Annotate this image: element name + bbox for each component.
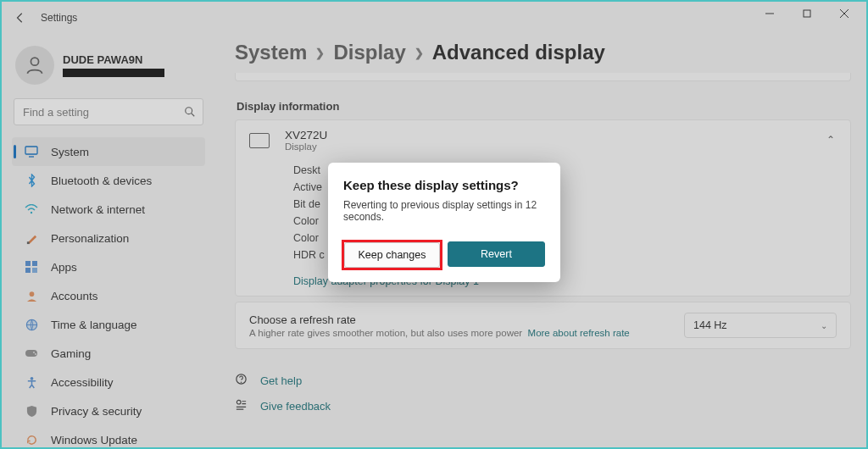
svg-point-4: [31, 58, 38, 65]
sidebar-item-label: Privacy & security: [51, 405, 142, 418]
sidebar-item-label: Network & internet: [51, 203, 145, 216]
refresh-rate-select[interactable]: 144 Hz ⌄: [684, 313, 837, 338]
svg-point-22: [241, 382, 242, 384]
display-name: XV272U: [285, 129, 327, 141]
back-button[interactable]: [12, 9, 29, 26]
keep-changes-button[interactable]: Keep changes: [344, 242, 440, 268]
svg-point-9: [31, 212, 32, 213]
update-icon: [24, 432, 39, 447]
feedback-icon: [235, 398, 250, 413]
apps-icon: [24, 259, 39, 274]
svg-point-5: [186, 108, 192, 114]
minimize-button[interactable]: [751, 2, 788, 25]
keep-settings-dialog: Keep these display settings? Reverting t…: [328, 163, 560, 282]
get-help-link[interactable]: Get help: [235, 368, 851, 393]
nav-list: System Bluetooth & devices Network & int…: [10, 137, 207, 449]
chevron-right-icon: ❯: [415, 47, 424, 59]
svg-point-23: [236, 400, 241, 404]
sidebar-item-label: Time & language: [51, 319, 137, 331]
svg-point-15: [29, 291, 34, 297]
arrow-left-icon: [14, 12, 26, 24]
gaming-icon: [24, 346, 39, 361]
window-controls: [751, 2, 863, 25]
minimize-icon: [765, 9, 774, 18]
svg-rect-17: [25, 350, 37, 357]
sidebar-item-label: Bluetooth & devices: [51, 175, 152, 187]
svg-rect-1: [804, 10, 810, 17]
svg-rect-11: [25, 261, 31, 266]
chevron-down-icon: ⌄: [821, 321, 827, 330]
sidebar-item-personalization[interactable]: Personalization: [12, 224, 205, 252]
shield-icon: [24, 403, 39, 419]
search-input[interactable]: [21, 105, 184, 119]
sidebar-item-accounts[interactable]: Accounts: [12, 281, 205, 310]
svg-rect-14: [32, 268, 37, 273]
sidebar-item-privacy[interactable]: Privacy & security: [12, 396, 205, 425]
maximize-icon: [803, 9, 811, 18]
sidebar-item-apps[interactable]: Apps: [12, 252, 205, 281]
wifi-icon: [24, 202, 39, 217]
refresh-title: Choose a refresh rate: [249, 313, 630, 326]
revert-button[interactable]: Revert: [448, 241, 545, 267]
person-icon: [24, 54, 46, 76]
accessibility-icon: [24, 374, 39, 390]
breadcrumb-display[interactable]: Display: [333, 41, 405, 64]
refresh-rate-card: Choose a refresh rate A higher rate give…: [235, 302, 851, 349]
breadcrumb: System ❯ Display ❯ Advanced display: [235, 41, 851, 64]
accounts-icon: [24, 288, 39, 303]
avatar: [15, 46, 54, 85]
user-name: DUDE PAWA9N: [63, 53, 164, 66]
svg-rect-7: [25, 147, 37, 154]
svg-rect-13: [25, 268, 31, 273]
dialog-title: Keep these display settings?: [343, 178, 545, 192]
bluetooth-icon: [24, 173, 39, 188]
close-button[interactable]: [826, 2, 863, 25]
search-icon: [184, 106, 196, 118]
sidebar-item-label: System: [51, 146, 89, 158]
titlebar: Settings: [2, 2, 866, 34]
monitor-icon: [249, 133, 270, 148]
help-links: Get help Give feedback: [235, 368, 851, 419]
sidebar-item-accessibility[interactable]: Accessibility: [12, 368, 205, 396]
brush-icon: [24, 230, 39, 246]
sidebar-item-label: Personalization: [51, 232, 129, 245]
help-icon: [235, 373, 250, 388]
close-icon: [840, 9, 849, 18]
search-box[interactable]: [14, 98, 203, 125]
sidebar: DUDE PAWA9N System Bluetooth & devices N…: [10, 42, 207, 449]
maximize-button[interactable]: [788, 2, 826, 25]
sidebar-item-gaming[interactable]: Gaming: [12, 339, 205, 368]
give-feedback-link[interactable]: Give feedback: [235, 393, 851, 419]
sidebar-item-network[interactable]: Network & internet: [12, 195, 205, 224]
sidebar-item-time-language[interactable]: Time & language: [12, 310, 205, 339]
sidebar-item-label: Accessibility: [51, 376, 114, 389]
dialog-body: Reverting to previous display settings i…: [343, 199, 545, 223]
chevron-up-icon: ⌃: [826, 134, 835, 146]
sidebar-item-label: Apps: [51, 261, 77, 274]
display-sub: Display: [285, 141, 327, 152]
sidebar-item-label: Accounts: [51, 290, 98, 302]
svg-rect-10: [26, 241, 29, 244]
svg-point-18: [33, 352, 35, 353]
user-email-redacted: [63, 69, 164, 77]
more-refresh-link[interactable]: More about refresh rate: [528, 328, 630, 338]
section-title: Display information: [236, 100, 851, 113]
refresh-sub: A higher rate gives smoother motion, but…: [249, 328, 630, 338]
chevron-right-icon: ❯: [315, 47, 325, 59]
svg-line-6: [192, 114, 195, 117]
globe-clock-icon: [24, 317, 39, 332]
user-row[interactable]: DUDE PAWA9N: [10, 42, 207, 93]
system-icon: [24, 144, 39, 159]
sidebar-item-update[interactable]: Windows Update: [12, 425, 205, 449]
display-card-header[interactable]: XV272U Display ⌃: [236, 120, 850, 157]
sidebar-item-label: Windows Update: [51, 434, 137, 446]
sidebar-item-label: Gaming: [51, 347, 91, 360]
breadcrumb-system[interactable]: System: [235, 41, 307, 64]
sidebar-item-system[interactable]: System: [12, 137, 205, 166]
refresh-value: 144 Hz: [693, 319, 727, 331]
collapsed-card-remnant: [235, 73, 851, 81]
svg-point-19: [35, 353, 36, 355]
svg-point-20: [30, 376, 33, 380]
window-title: Settings: [41, 12, 77, 24]
sidebar-item-bluetooth[interactable]: Bluetooth & devices: [12, 166, 205, 195]
